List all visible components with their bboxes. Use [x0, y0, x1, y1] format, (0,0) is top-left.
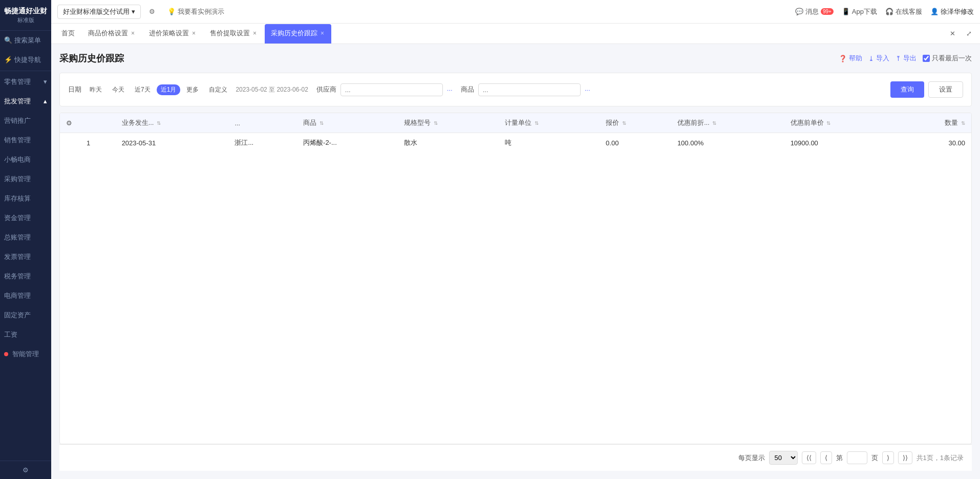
topbar-right: 💬 消息 99+ 📱 App下载 🎧 在线客服 👤 徐泽华修改 — [795, 7, 974, 16]
settings-btn[interactable]: 设置 — [928, 81, 963, 98]
date-label: 日期 — [68, 85, 81, 94]
page-unit: 页 — [871, 453, 878, 463]
logo-sub: 标准版 — [4, 16, 47, 24]
tab-product-price[interactable]: 商品价格设置 × — [82, 24, 142, 43]
last-page-btn[interactable]: ⟩⟩ — [898, 451, 912, 464]
sidebar-item-purchase[interactable]: 采购管理 — [0, 169, 51, 189]
th-more[interactable]: ... — [228, 113, 297, 133]
tabbar-expand-btn[interactable]: ⤢ — [962, 27, 976, 41]
sidebar-settings-btn[interactable]: ⚙ — [0, 461, 51, 479]
sidebar-item-invoice[interactable]: 发票管理 — [0, 247, 51, 267]
sidebar: 畅捷通好业财 标准版 🔍 搜索菜单 ⚡ 快捷导航 零售管理 ▾ 批发管理 ▴ 营… — [0, 0, 51, 479]
help-link[interactable]: ❓ 帮助 — [839, 54, 862, 63]
cell-gear — [60, 133, 80, 153]
table-header-row: ⚙ 业务发生... ⇅ ... 商品 ⇅ — [60, 113, 971, 133]
current-page-input[interactable]: 1 — [847, 451, 867, 464]
message-action[interactable]: 💬 消息 99+ — [795, 7, 834, 16]
only-last-checkbox-label[interactable]: 只看最后一次 — [923, 54, 972, 63]
th-product[interactable]: 商品 ⇅ — [297, 113, 398, 133]
tab-sale-price[interactable]: 售价提取设置 × — [204, 24, 264, 43]
th-discount[interactable]: 优惠前折... ⇅ — [671, 113, 784, 133]
sidebar-item-marketing[interactable]: 营销推广 — [0, 111, 51, 130]
main-area: 好业财标准版交付试用 ▾ ⚙ 💡 我要看实例演示 💬 消息 99+ 📱 App下… — [51, 0, 980, 479]
th-gear[interactable]: ⚙ — [60, 113, 80, 133]
date-range: 2023-05-02 至 2023-06-02 — [236, 85, 308, 94]
th-quantity[interactable]: 数量 ⇅ — [900, 113, 971, 133]
app-download-action[interactable]: 📱 App下载 — [842, 7, 877, 16]
sidebar-search[interactable]: 🔍 搜索菜单 — [0, 31, 51, 50]
import-link[interactable]: ⤓ 导入 — [868, 54, 889, 63]
pagination-bar: 每页显示 20 50 100 ⟨⟨ ⟨ 第 1 页 ⟩ ⟩⟩ 共1页，1条记录 — [59, 444, 972, 471]
table-body: 1 2023-05-31 浙江... 丙烯酸-2-... 散水 吨 0.00 1… — [60, 133, 971, 153]
user-profile[interactable]: 👤 徐泽华修改 — [930, 7, 974, 16]
tab-close-purchase-history[interactable]: × — [319, 30, 325, 37]
date-btn-today[interactable]: 今天 — [108, 84, 129, 95]
tab-purchase-history[interactable]: 采购历史价跟踪 × — [265, 24, 331, 43]
cell-quantity: 30.00 — [900, 133, 971, 153]
logo-main: 畅捷通好业财 — [4, 6, 47, 16]
next-page-btn[interactable]: ⟩ — [882, 451, 894, 464]
sort-icon-unit: ⇅ — [535, 120, 539, 126]
prev-page-btn[interactable]: ⟨ — [820, 451, 832, 464]
tab-close-sale-price[interactable]: × — [252, 30, 258, 37]
th-pre-discount-price[interactable]: 优惠前单价 ⇅ — [784, 113, 900, 133]
tab-close-product-price[interactable]: × — [130, 30, 136, 37]
only-last-checkbox[interactable] — [923, 55, 930, 62]
export-link[interactable]: ⤒ 导出 — [896, 54, 917, 63]
sidebar-item-tax[interactable]: 税务管理 — [0, 267, 51, 286]
first-page-btn[interactable]: ⟨⟨ — [802, 451, 816, 464]
online-service-action[interactable]: 🎧 在线客服 — [885, 7, 922, 16]
sort-icon-price: ⇅ — [622, 120, 626, 126]
sort-icon-pre-discount: ⇅ — [826, 120, 830, 126]
page-size-select[interactable]: 20 50 100 — [769, 451, 798, 465]
gear-icon: ⚙ — [23, 466, 29, 474]
th-spec[interactable]: 规格型号 ⇅ — [398, 113, 499, 133]
tabbar-close-btn[interactable]: ✕ — [945, 27, 960, 41]
supplier-more-btn[interactable]: ··· — [447, 86, 453, 94]
product-input[interactable] — [478, 83, 581, 96]
page-size-label: 每页显示 — [738, 453, 765, 463]
supplier-input[interactable] — [340, 83, 443, 96]
tab-close-purchase-strategy[interactable]: × — [191, 30, 197, 37]
date-btn-1month[interactable]: 近1月 — [157, 84, 181, 95]
sidebar-item-ecommerce-small[interactable]: 小畅电商 — [0, 150, 51, 169]
sidebar-item-salary[interactable]: 工资 — [0, 325, 51, 344]
sidebar-item-wholesale[interactable]: 批发管理 ▴ — [0, 92, 51, 111]
gear-icon: ⚙ — [66, 119, 72, 127]
th-business-date[interactable]: 业务发生... ⇅ — [116, 113, 229, 133]
cell-spec: 散水 — [398, 133, 499, 153]
demo-icon: 💡 — [167, 8, 176, 15]
edition-selector[interactable]: 好业财标准版交付试用 ▾ — [57, 5, 141, 19]
sidebar-item-ledger[interactable]: 总账管理 — [0, 228, 51, 247]
sidebar-item-finance[interactable]: 资金管理 — [0, 208, 51, 228]
th-unit[interactable]: 计量单位 ⇅ — [499, 113, 600, 133]
th-no — [80, 113, 116, 133]
date-btn-7days[interactable]: 近7天 — [131, 84, 155, 95]
tabbar-controls: ✕ ⤢ — [945, 27, 976, 41]
sort-icon-spec: ⇅ — [434, 120, 438, 126]
sidebar-item-ecommerce[interactable]: 电商管理 — [0, 286, 51, 306]
import-icon: ⤓ — [868, 55, 874, 62]
cell-product: 丙烯酸-2-... — [297, 133, 398, 153]
th-price[interactable]: 报价 ⇅ — [600, 113, 671, 133]
product-more-btn[interactable]: ··· — [585, 86, 590, 94]
query-btn[interactable]: 查询 — [890, 81, 924, 98]
tab-home[interactable]: 首页 — [55, 24, 81, 43]
cell-no: 1 — [80, 133, 116, 153]
chevron-down-icon: ▾ — [132, 8, 135, 15]
date-btn-yesterday[interactable]: 昨天 — [86, 84, 106, 95]
topbar-settings-btn[interactable]: ⚙ — [145, 6, 159, 17]
sidebar-item-smart[interactable]: 智能管理 — [0, 344, 51, 364]
date-buttons: 昨天 今天 近7天 近1月 更多 自定义 — [86, 84, 231, 95]
date-btn-more[interactable]: 更多 — [182, 84, 203, 95]
sidebar-item-inventory[interactable]: 库存核算 — [0, 189, 51, 208]
sort-icon-quantity: ⇅ — [961, 120, 965, 126]
sidebar-item-quicknav[interactable]: ⚡ 快捷导航 — [0, 50, 51, 70]
table-area: ⚙ 业务发生... ⇅ ... 商品 ⇅ — [59, 113, 972, 444]
date-btn-custom[interactable]: 自定义 — [205, 84, 231, 95]
sidebar-item-retail[interactable]: 零售管理 ▾ — [0, 72, 51, 92]
demo-btn[interactable]: 💡 我要看实例演示 — [163, 5, 228, 18]
tab-purchase-strategy[interactable]: 进价策略设置 × — [143, 24, 203, 43]
sidebar-item-assets[interactable]: 固定资产 — [0, 306, 51, 325]
sidebar-item-sales[interactable]: 销售管理 — [0, 130, 51, 150]
